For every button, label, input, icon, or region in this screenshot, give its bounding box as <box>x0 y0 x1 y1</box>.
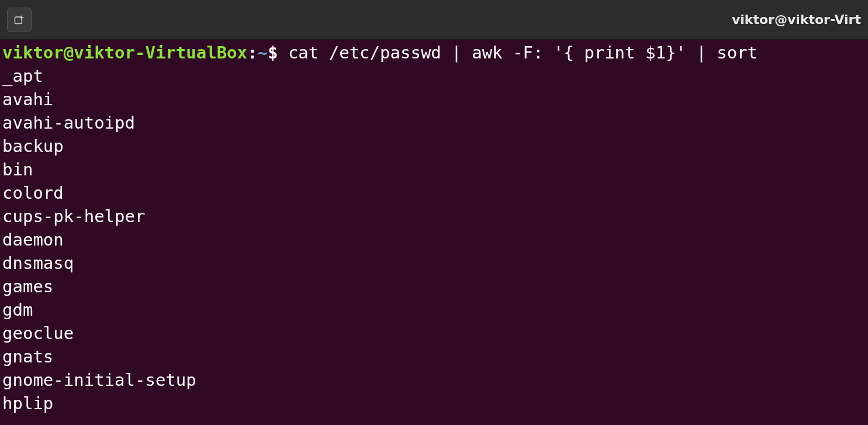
window-titlebar: viktor@viktor-Virt <box>0 0 868 40</box>
command-text: cat /etc/passwd | awk -F: '{ print $1}' … <box>288 43 758 63</box>
command-text <box>278 43 288 63</box>
output-line: hplip <box>2 392 864 415</box>
output-line: games <box>2 275 864 298</box>
output-line: avahi-autoipd <box>2 111 864 134</box>
output-line: bin <box>2 158 864 181</box>
output-line: avahi <box>2 88 864 111</box>
terminal-area[interactable]: viktor@viktor-VirtualBox:~$ cat /etc/pas… <box>0 40 868 419</box>
output-line: dnsmasq <box>2 251 864 275</box>
output-line: daemon <box>2 228 864 251</box>
svg-rect-0 <box>15 17 22 24</box>
output-line: gdm <box>2 298 864 322</box>
output-line: cups-pk-helper <box>2 205 864 228</box>
prompt-path: ~ <box>258 43 268 63</box>
prompt-user-host: viktor@viktor-VirtualBox <box>2 43 247 63</box>
new-tab-button[interactable] <box>7 8 32 32</box>
output-line: colord <box>2 181 864 205</box>
new-tab-icon <box>13 14 25 26</box>
output-line: backup <box>2 134 864 158</box>
output-line: geoclue <box>2 322 864 345</box>
command-output: _aptavahiavahi-autoipdbackupbincolordcup… <box>2 64 864 415</box>
output-line: gnats <box>2 345 864 368</box>
output-line: gnome-initial-setup <box>2 368 864 392</box>
output-line: _apt <box>2 64 864 88</box>
prompt-separator: : <box>247 43 257 63</box>
window-title: viktor@viktor-Virt <box>732 12 861 27</box>
prompt-symbol: $ <box>268 43 278 63</box>
